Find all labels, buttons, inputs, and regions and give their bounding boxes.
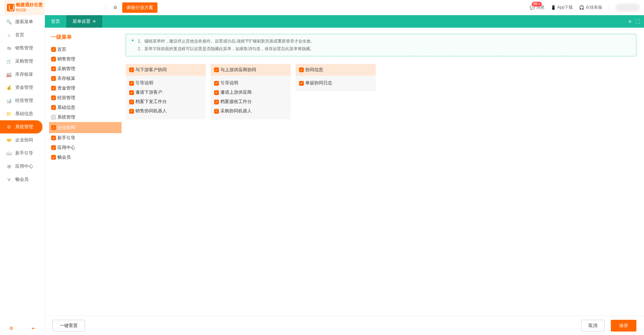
level1-item-label: 基础信息 — [57, 104, 75, 111]
checkbox[interactable] — [129, 67, 134, 72]
menu-group-item[interactable]: 引导说明 — [214, 78, 287, 88]
sidebar-item-fund[interactable]: 💰资金管理 — [0, 81, 45, 94]
level1-item[interactable]: 系统管理 — [51, 112, 122, 122]
guide-icon: 📖 — [6, 151, 12, 156]
menu-group-item[interactable]: 档案下发工作台 — [129, 97, 202, 106]
level1-item[interactable]: 应用中心 — [51, 143, 122, 152]
messages-button[interactable]: 💬 99 + 消息 — [530, 4, 545, 10]
stock-icon: 🏭 — [6, 72, 12, 77]
menu-group-item-label: 引导说明 — [220, 80, 238, 86]
close-all-icon[interactable]: ✕ — [628, 19, 632, 24]
menu-group-item[interactable]: 档案接收工作台 — [214, 97, 287, 106]
cancel-button[interactable]: 取消 — [581, 320, 605, 332]
company-selector[interactable]: ⌄ — [45, 2, 110, 13]
menu-group-item-label: 邀请上游供应商 — [220, 90, 252, 95]
app-download-label: App下载 — [557, 4, 573, 10]
sidebar-item-bag[interactable]: 🛍销售管理 — [0, 41, 45, 55]
checkbox[interactable] — [214, 67, 219, 72]
checkbox[interactable] — [51, 76, 56, 81]
tab-menu-settings[interactable]: 菜单设置 ✕ — [66, 15, 102, 28]
sidebar-item-report[interactable]: 📊经营管理 — [0, 94, 45, 107]
checkbox[interactable] — [299, 81, 304, 86]
menu-group-item[interactable]: 引导说明 — [129, 78, 202, 88]
sidebar-item-vip[interactable]: V畅会员 — [0, 173, 45, 186]
checkbox[interactable] — [51, 57, 56, 62]
menu-group-body: 引导说明邀请上游供应商档案接收工作台采购协同机器人 — [211, 76, 291, 119]
menu-group-head[interactable]: 协同信息 — [296, 64, 376, 76]
menu-group-title: 协同信息 — [305, 67, 323, 73]
level1-item-label: 经营管理 — [57, 95, 75, 101]
checkbox[interactable] — [214, 81, 219, 86]
checkbox[interactable] — [299, 67, 304, 72]
settings-icon[interactable]: ⚙ — [9, 326, 13, 331]
base-icon: 📁 — [6, 111, 12, 117]
sidebar-item-cart[interactable]: 🛒采购管理 — [0, 55, 45, 68]
checkbox[interactable] — [129, 100, 134, 104]
checkbox[interactable] — [51, 86, 56, 91]
checkbox[interactable] — [51, 145, 56, 150]
logo: 畅捷通好生意 精品版 — [4, 0, 45, 15]
level1-item[interactable]: 经营管理 — [51, 93, 122, 103]
sidebar-item-sys[interactable]: ⚙系统管理 — [0, 120, 42, 133]
sidebar-item-appc[interactable]: ⊞应用中心 — [0, 160, 45, 173]
checkbox[interactable] — [51, 47, 56, 52]
close-icon[interactable]: ✕ — [93, 19, 96, 24]
sidebar-item-base[interactable]: 📁基础信息 — [0, 107, 45, 120]
tab-home[interactable]: 首页 — [45, 15, 66, 28]
menu-group-item[interactable]: 邀请上游供应商 — [214, 88, 287, 97]
reset-button[interactable]: 一键重置 — [52, 320, 85, 332]
checkbox[interactable] — [214, 90, 219, 95]
checkbox[interactable] — [51, 125, 56, 130]
level1-item[interactable]: 资金管理 — [51, 83, 122, 93]
level1-item-label: 应用中心 — [57, 145, 75, 151]
checkbox[interactable] — [129, 109, 134, 114]
menu-group-head[interactable]: 与上游供应商协同 — [211, 64, 291, 76]
avatar[interactable] — [616, 3, 640, 12]
sidebar-item-home[interactable]: ⌂首页 — [0, 28, 45, 41]
fullscreen-icon[interactable]: ⛶ — [635, 19, 640, 24]
app-download-button[interactable]: 📱 App下载 — [551, 4, 573, 10]
logo-sub: 精品版 — [16, 8, 43, 12]
checkbox[interactable] — [51, 66, 56, 71]
menu-group-item[interactable]: 销售协同机器人 — [129, 106, 202, 116]
level1-item[interactable]: 基础信息 — [51, 103, 122, 112]
level1-item[interactable]: 采购管理 — [51, 64, 122, 74]
online-service-button[interactable]: 🎧 在线客服 — [579, 4, 602, 10]
fund-icon: 💰 — [6, 85, 12, 90]
checkbox[interactable] — [51, 155, 56, 160]
checkbox[interactable] — [129, 90, 134, 95]
sidebar-item-label: 销售管理 — [15, 45, 33, 51]
tip-line-1: 1、编辑菜单时，建议停止其他业务操作。设置成功后,须按"F5"键刷新页面或重新登… — [138, 38, 315, 45]
menu-group-item-label: 单据协同日志 — [305, 80, 332, 86]
menu-group-item[interactable]: 采购协同机器人 — [214, 106, 287, 116]
checkbox[interactable] — [214, 100, 219, 104]
level1-item[interactable]: 库存核算 — [51, 74, 122, 83]
checkbox[interactable] — [51, 105, 56, 110]
checkbox[interactable] — [51, 136, 56, 140]
gear-icon[interactable]: ⚙ — [110, 5, 120, 10]
level1-item[interactable]: 畅会员 — [51, 152, 122, 162]
level1-item[interactable]: 首页 — [51, 45, 122, 54]
sidebar: 🔍搜索菜单⌂首页🛍销售管理🛒采购管理🏭库存核算💰资金管理📊经营管理📁基础信息⚙系… — [0, 15, 45, 335]
level1-item[interactable]: 企业协同 — [49, 122, 122, 133]
collab-icon: 🤝 — [6, 138, 12, 143]
level1-item[interactable]: 新手引导 — [51, 133, 122, 143]
sidebar-item-label: 经营管理 — [15, 97, 33, 104]
level1-item[interactable]: 销售管理 — [51, 54, 122, 64]
checkbox[interactable] — [129, 81, 134, 86]
menu-group-item[interactable]: 单据协同日志 — [299, 78, 372, 88]
sidebar-item-label: 采购管理 — [15, 58, 33, 64]
sidebar-item-stock[interactable]: 🏭库存核算 — [0, 68, 45, 81]
sidebar-item-guide[interactable]: 📖新手引导 — [0, 147, 45, 160]
checkbox[interactable] — [214, 109, 219, 114]
menu-group-item-label: 采购协同机器人 — [220, 108, 252, 114]
collapse-icon[interactable]: ⇤ — [32, 326, 36, 331]
menu-group-head[interactable]: 与下游客户协同 — [126, 64, 206, 76]
sidebar-item-collab[interactable]: 🤝企业协同 — [0, 133, 45, 147]
sidebar-item-search[interactable]: 🔍搜索菜单 — [0, 15, 45, 28]
save-button[interactable]: 保存 — [611, 320, 636, 332]
checkbox[interactable] — [51, 95, 56, 100]
industry-plan-button[interactable]: 体验行业方案 — [122, 2, 157, 13]
menu-group-item[interactable]: 邀请下游客户 — [129, 88, 202, 97]
checkbox[interactable] — [51, 115, 56, 120]
